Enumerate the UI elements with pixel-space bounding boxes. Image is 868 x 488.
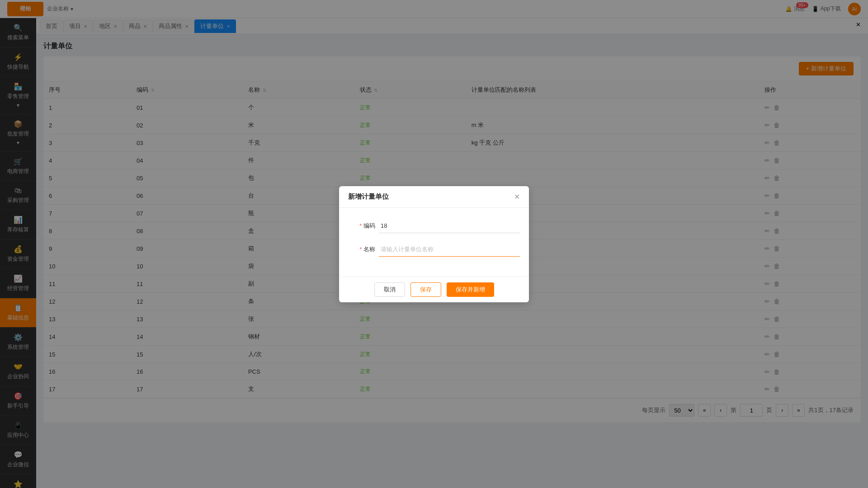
cancel-button[interactable]: 取消 xyxy=(374,282,405,297)
code-label: * 编码 xyxy=(348,222,375,230)
modal-title: 新增计量单位 xyxy=(348,192,389,201)
add-unit-modal: 新增计量单位 ✕ * 编码 * 名称 取消 保存 保存并新增 xyxy=(339,186,529,302)
name-label: * 名称 xyxy=(348,245,375,253)
modal-footer: 取消 保存 保存并新增 xyxy=(339,277,529,302)
modal-body: * 编码 * 名称 xyxy=(339,208,529,277)
save-and-new-button[interactable]: 保存并新增 xyxy=(447,282,494,297)
modal-close-btn[interactable]: ✕ xyxy=(514,192,520,201)
form-row-code: * 编码 xyxy=(348,219,520,233)
code-input[interactable] xyxy=(379,219,520,233)
required-star-name: * xyxy=(359,246,362,253)
modal-overlay[interactable]: 新增计量单位 ✕ * 编码 * 名称 取消 保存 保存并新增 xyxy=(0,0,868,488)
name-input[interactable] xyxy=(379,242,520,257)
save-button[interactable]: 保存 xyxy=(410,282,441,297)
modal-header: 新增计量单位 ✕ xyxy=(339,186,529,208)
form-row-name: * 名称 xyxy=(348,242,520,257)
required-star-code: * xyxy=(359,222,362,229)
